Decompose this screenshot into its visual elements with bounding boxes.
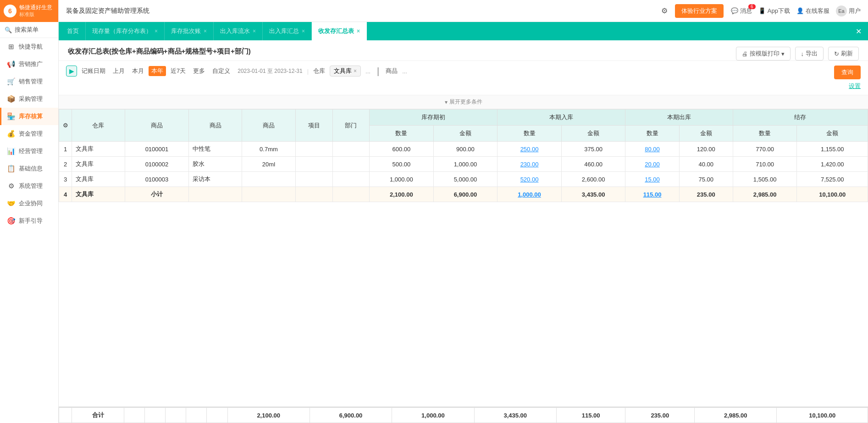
expand-more-row[interactable]: ▾ 展开更多条件 [59,95,868,109]
more-btn[interactable]: 更多 [190,66,208,76]
basic-icon: 📋 [7,165,15,173]
custom-btn[interactable]: 自定义 [210,66,233,76]
tab-stock-dist-close[interactable]: × [155,28,158,34]
subtotal-out-qty[interactable]: 115.00 [625,187,679,202]
inventory-icon: 🏪 [7,112,15,121]
row3-in-amt: 2,600.00 [561,172,625,187]
row3-warehouse: 文具库 [72,172,125,187]
row3-in-qty[interactable]: 520.00 [498,172,562,187]
expand-more-icon: ▾ [445,99,448,105]
search-menu-label: 搜索菜单 [15,26,39,34]
row1-close-amt: 1,155.00 [797,142,868,157]
row1-close-qty: 770.00 [733,142,797,157]
sidebar-item-marketing[interactable]: 📢 营销推广 [0,55,58,73]
this-year-btn[interactable]: 本年 [149,66,166,76]
row2-out-amt: 40.00 [679,157,733,172]
row3-open-amt: 5,000.00 [433,172,498,187]
app-download-item[interactable]: 📱 App下载 [758,7,790,15]
gear-button[interactable]: ⚙ [661,6,668,15]
row2-department [332,157,370,172]
warehouse-tag: 文具库 × [330,66,361,77]
sidebar-item-operation[interactable]: 📊 经营管理 [0,143,58,160]
print-button[interactable]: 🖨 按模版打印 ▾ [736,47,791,60]
sidebar-item-label: 库存核算 [19,112,43,121]
warehouse-more[interactable]: ... [365,68,370,75]
service-item[interactable]: 👤 在线客服 [796,7,829,15]
row2-out-qty[interactable]: 20.00 [625,157,679,172]
tab-home[interactable]: 首页 [61,22,86,40]
tab-inout-flow[interactable]: 出入库流水 × [214,22,263,40]
row1-open-amt: 900.00 [433,142,498,157]
subtotal-out-amt: 235.00 [679,187,733,202]
sidebar-item-quick-nav[interactable]: ⊞ 快捷导航 [0,38,58,55]
sidebar-item-guide[interactable]: 🎯 新手引导 [0,212,58,230]
tab-inout-flow-label: 出入库流水 [220,27,250,35]
row3-goods-code: 0100003 [125,172,189,187]
tab-recv-send-close[interactable]: × [357,28,360,34]
print-icon: 🖨 [742,50,748,57]
tab-inout-flow-close[interactable]: × [253,28,256,34]
row2-open-qty: 500.00 [370,157,434,172]
sidebar-item-enterprise[interactable]: 🤝 企业协同 [0,195,58,212]
subtotal-label: 小计 [125,187,189,202]
purchase-icon: 📦 [7,95,15,103]
tab-batch-ledger-label: 库存批次账 [171,27,201,35]
total-in-amt: 3,435.00 [474,408,556,423]
expand-more-label: 展开更多条件 [449,98,482,106]
sidebar-item-inventory[interactable]: 🏪 库存核算 [0,108,58,125]
row2-in-qty[interactable]: 230.00 [498,157,562,172]
col-goods-name-header: 商品 [189,110,242,142]
row1-in-qty[interactable]: 250.00 [498,142,562,157]
subtotal-in-qty[interactable]: 1,000.00 [498,187,562,202]
tab-stock-dist[interactable]: 现存量（库存分布表） × [86,22,165,40]
marketing-icon: 📢 [7,60,15,68]
sidebar-item-finance[interactable]: 💰 资金管理 [0,125,58,143]
row1-goods-name: 中性笔 [189,142,242,157]
export-label: 导出 [806,49,818,58]
tab-inout-summary-close[interactable]: × [302,28,305,34]
subtotal-row: 4 文具库 小计 2,100.00 6,900.00 1,000.00 3,43… [59,187,868,202]
quick-nav-icon: ⊞ [7,43,15,51]
col-out-qty-header: 数量 [625,126,679,142]
this-month-btn[interactable]: 本月 [129,66,147,76]
sidebar-item-basic[interactable]: 📋 基础信息 [0,160,58,177]
trial-button[interactable]: 体验行业方案 [675,4,724,18]
col-opening-header: 库存期初 [370,110,498,126]
user-item[interactable]: Ea 用户 [836,5,861,16]
logo-name: 畅捷通好生意 [19,4,52,11]
row1-out-qty[interactable]: 80.00 [625,142,679,157]
service-icon: 👤 [796,7,804,14]
message-badge: 6 [748,4,756,9]
user-avatar: Ea [836,5,847,16]
warehouse-tag-close[interactable]: × [354,68,357,74]
warehouse-tag-text: 文具库 [334,67,352,75]
filter-toggle-button[interactable]: ▶ [66,66,77,77]
subtotal-close-amt: 10,100.00 [797,187,868,202]
sidebar-item-label: 企业协同 [19,199,43,208]
row3-out-qty[interactable]: 15.00 [625,172,679,187]
query-button[interactable]: 查询 [834,66,861,79]
col-project-header: 项目 [296,110,333,142]
sidebar-item-system[interactable]: ⚙ 系统管理 [0,177,58,195]
recent7-btn[interactable]: 近7天 [168,66,188,76]
tab-batch-ledger-close[interactable]: × [204,28,207,34]
tab-recv-send[interactable]: 收发存汇总表 × [312,22,367,40]
search-menu[interactable]: 🔍 搜索菜单 [0,22,58,38]
message-item[interactable]: 💬 消息 6 [731,7,752,15]
tab-bar-close[interactable]: ✕ [851,27,866,36]
refresh-button[interactable]: ↻ 刷新 [828,47,859,60]
tab-inout-summary[interactable]: 出入库汇总 × [263,22,312,40]
export-icon: ↓ [801,50,804,57]
col-settings[interactable]: ⚙ [59,110,72,142]
row3-close-amt: 7,525.00 [797,172,868,187]
table-row: 3 文具库 0100003 采访本 1,000.00 5,000.00 520.… [59,172,868,187]
sidebar-item-purchase[interactable]: 📦 采购管理 [0,90,58,108]
tab-batch-ledger[interactable]: 库存批次账 × [165,22,214,40]
settings-link[interactable]: 设置 [849,82,861,90]
prev-month-btn[interactable]: 上月 [110,66,127,76]
sidebar-item-label: 销售管理 [19,77,43,86]
export-button[interactable]: ↓ 导出 [795,47,824,60]
tab-stock-dist-label: 现存量（库存分布表） [92,27,152,35]
sidebar-item-sales[interactable]: 🛒 销售管理 [0,73,58,90]
goods-more[interactable]: ... [402,68,407,75]
